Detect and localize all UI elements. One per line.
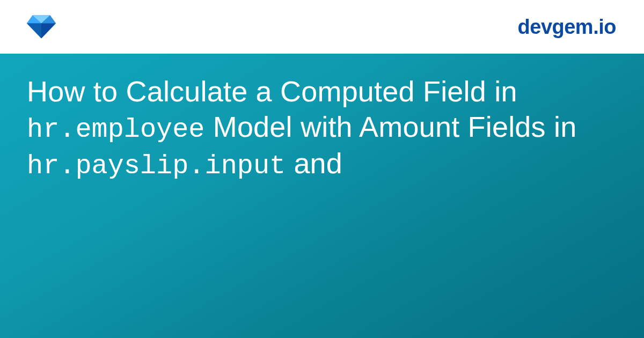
svg-marker-5	[41, 24, 56, 39]
title-text-segment: How to Calculate a Computed Field in	[27, 75, 517, 107]
title-code-segment: hr.payslip.input	[27, 151, 286, 181]
title-code-segment: hr.employee	[27, 114, 205, 145]
og-card: devgem.io How to Calculate a Computed Fi…	[0, 0, 644, 338]
header: devgem.io	[0, 0, 644, 54]
brand-wordmark: devgem.io	[518, 16, 616, 39]
hero: How to Calculate a Computed Field in hr.…	[0, 54, 644, 338]
title-text-segment: and	[286, 147, 342, 179]
svg-marker-4	[27, 24, 41, 39]
page-title: How to Calculate a Computed Field in hr.…	[27, 74, 617, 182]
title-text-segment: Model with Amount Fields in	[205, 111, 577, 143]
gem-icon	[27, 15, 56, 39]
